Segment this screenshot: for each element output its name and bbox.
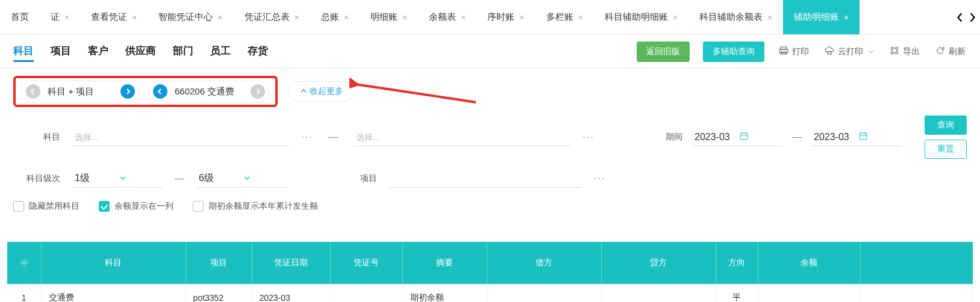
close-icon[interactable]: × (217, 13, 222, 22)
tab-label: 查看凭证 (91, 11, 127, 23)
top-tab[interactable]: 余额表× (418, 0, 476, 34)
query-button[interactable]: 查询 (925, 116, 967, 135)
gear-header[interactable] (7, 242, 41, 284)
top-tab[interactable]: 科目辅助明细账× (594, 0, 688, 34)
level-field-label: 科目级次 (13, 173, 60, 184)
table-header: 借方 (487, 242, 601, 284)
table-cell (860, 284, 973, 302)
subject-pill[interactable]: 660206 交通费 (149, 81, 269, 102)
cloud-print-button[interactable]: 云打印 (823, 43, 875, 60)
close-icon[interactable]: × (844, 13, 849, 22)
top-tab[interactable]: 序时账× (476, 0, 535, 34)
level-dash: — (175, 173, 184, 184)
gear-icon[interactable] (8, 258, 40, 268)
checkbox-label: 余额显示在一列 (114, 201, 173, 212)
opening-yoy-checkbox[interactable]: 期初余额显示本年累计发生额 (193, 201, 318, 212)
table-cell (487, 284, 601, 302)
top-tab[interactable]: 明细账× (360, 0, 418, 34)
period-to-picker[interactable]: 2023-03 (811, 128, 902, 146)
subject-pill-prev-icon[interactable] (153, 84, 167, 99)
combo-pill-prev-icon[interactable] (26, 84, 40, 99)
table-header: 凭证号 (330, 242, 402, 284)
calendar-icon (739, 131, 780, 143)
tab-scroll-right-icon[interactable] (968, 12, 976, 23)
table-cell: 1 (7, 284, 41, 302)
table-header: 项目 (186, 242, 252, 284)
close-icon[interactable]: × (344, 13, 349, 22)
top-tabstrip: 首页证×查看凭证×智能凭证中心×凭证汇总表×总账×明细账×余额表×序时账×多栏账… (0, 0, 980, 35)
hide-disabled-checkbox[interactable]: 隐藏禁用科目 (13, 201, 80, 212)
balance-one-col-checkbox[interactable]: 余额显示在一列 (99, 201, 173, 212)
top-tab[interactable]: 证× (40, 0, 80, 34)
close-icon[interactable]: × (578, 13, 583, 22)
close-icon[interactable]: × (461, 13, 466, 22)
tab-label: 科目辅助明细账 (605, 11, 668, 23)
back-old-version-button[interactable]: 返回旧版 (637, 42, 690, 62)
top-tab[interactable]: 科目辅助余额表× (688, 0, 783, 34)
reset-button[interactable]: 重置 (925, 140, 967, 159)
subject-input[interactable] (72, 128, 289, 146)
subject-pill-next-icon[interactable] (251, 84, 265, 99)
export-button[interactable]: 导出 (888, 43, 921, 60)
table-cell: 交通费 (41, 284, 186, 302)
subtab[interactable]: 部门 (173, 42, 193, 62)
subtab[interactable]: 客户 (88, 42, 108, 62)
close-icon[interactable]: × (767, 13, 772, 22)
table-body: 1交通费pot33522023-03期初余额平 (7, 284, 973, 302)
project-more-icon[interactable]: ··· (594, 173, 605, 184)
tab-label: 凭证汇总表 (245, 11, 290, 23)
close-icon[interactable]: × (402, 13, 407, 22)
period-label: 期间 (666, 132, 682, 143)
close-icon[interactable]: × (519, 13, 524, 22)
subject-more-icon[interactable]: ··· (301, 132, 313, 143)
tab-label: 证 (51, 11, 60, 23)
subtab[interactable]: 项目 (51, 42, 71, 62)
project-input[interactable] (389, 170, 582, 188)
top-tab[interactable]: 首页 (0, 0, 40, 34)
close-icon[interactable]: × (132, 13, 137, 22)
chevron-down-icon (243, 173, 284, 184)
subtab[interactable]: 科目 (13, 42, 34, 62)
period-block: 期间 2023-03 — 2023-03 (666, 128, 902, 146)
table-header: 科目 (41, 242, 186, 284)
top-tab[interactable]: 凭证汇总表× (234, 0, 310, 34)
print-label: 打印 (792, 46, 809, 57)
top-tab[interactable]: 查看凭证× (80, 0, 148, 34)
level-from-select[interactable]: 1级 (72, 170, 163, 188)
table-row[interactable]: 1交通费pot33522023-03期初余额平 (7, 284, 973, 302)
range-dash: — (328, 132, 338, 143)
close-icon[interactable]: × (295, 13, 299, 22)
query-reset-buttons: 查询 重置 (925, 116, 967, 159)
subject-input-to[interactable] (354, 128, 570, 146)
refresh-button[interactable]: 刷新 (934, 43, 967, 60)
table-header-row: 科目项目凭证日期凭证号摘要借方贷方方向余额 (7, 242, 973, 284)
subject-to-more-icon[interactable]: ··· (582, 132, 594, 143)
table-cell: pot3352 (186, 284, 252, 302)
svg-point-11 (23, 262, 25, 264)
cloud-print-label: 云打印 (838, 46, 863, 57)
level-to-select[interactable]: 6级 (196, 170, 287, 188)
collapse-more-button[interactable]: 收起更多 (289, 81, 355, 102)
tab-label: 首页 (11, 11, 29, 23)
filter-pill-row: 科目 + 项目 660206 交通费 收起更多 (0, 69, 980, 111)
print-button[interactable]: 打印 (778, 43, 810, 60)
checkbox-label: 隐藏禁用科目 (29, 201, 80, 212)
checkbox-row: 隐藏禁用科目 余额显示在一列 期初余额显示本年累计发生额 (0, 199, 980, 224)
combo-pill[interactable]: 科目 + 项目 (22, 81, 139, 102)
combo-pill-next-icon[interactable] (120, 84, 135, 99)
subtab[interactable]: 员工 (210, 42, 231, 62)
subtab[interactable]: 供应商 (125, 42, 156, 62)
close-icon[interactable]: × (64, 13, 69, 22)
top-tab[interactable]: 智能凭证中心× (148, 0, 233, 34)
period-from-picker[interactable]: 2023-03 (692, 128, 782, 146)
close-icon[interactable]: × (673, 13, 678, 22)
tab-scroll-left-icon[interactable] (956, 12, 964, 23)
top-tab[interactable]: 辅助明细账× (783, 0, 860, 34)
subtab[interactable]: 存货 (248, 42, 268, 62)
export-icon (890, 46, 899, 57)
svg-point-4 (891, 47, 893, 49)
combo-pill-label: 科目 + 项目 (45, 86, 116, 97)
top-tab[interactable]: 总账× (310, 0, 360, 34)
multi-aux-query-button[interactable]: 多辅助查询 (703, 42, 764, 62)
top-tab[interactable]: 多栏账× (535, 0, 594, 34)
